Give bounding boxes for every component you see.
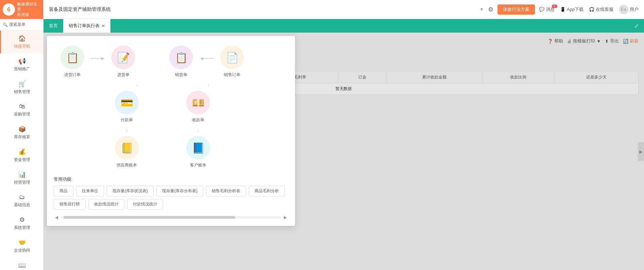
purchase-order-icon: 📋 bbox=[60, 46, 84, 69]
sidebar-item-system[interactable]: ⚙ 系统管理 bbox=[0, 212, 43, 235]
func-buttons-row2: 销售排行榜 收款情况统计 付款情况统计 bbox=[54, 199, 288, 210]
purchase-icon: 🛍 bbox=[19, 103, 25, 110]
flow-row-1: 📋 进货订单 ▶ 📝 进货单 bbox=[54, 43, 288, 80]
tabbar: 首页 销售订单执行表 ✕ ⤢ bbox=[43, 19, 644, 33]
arrow-right-1: ▶ bbox=[101, 56, 105, 61]
basic-icon: 🗂 bbox=[19, 194, 25, 201]
func-buttons-row1: 商品 往来单位 现存量(库存状况表) 现存量(库存分布表) 销售毛利分析表 商品… bbox=[54, 186, 288, 196]
func-btn-receipt-stats[interactable]: 收款情况统计 bbox=[88, 199, 124, 210]
arrow-left-1: ◀ bbox=[200, 56, 203, 61]
chevron-down-icon[interactable]: ▼ bbox=[480, 7, 484, 12]
func-btn-product-profit[interactable]: 商品毛利分析 bbox=[249, 186, 285, 196]
flow-arrows-down-row1: ↓ ↓ bbox=[54, 82, 288, 88]
trial-button[interactable]: 体验行业方案 bbox=[498, 4, 535, 15]
func-btn-stock-status[interactable]: 现存量(库存状况表) bbox=[107, 186, 154, 196]
logo-icon: 6 bbox=[3, 3, 15, 16]
flow-node-customer-ledger[interactable]: 📘 客户账本 bbox=[186, 136, 210, 168]
main-area: 装备及固定资产辅助管理系统 ▼ ⚙ 体验行业方案 💬 消息 5 📱 App下载 … bbox=[43, 0, 644, 270]
sidebar-item-basic[interactable]: 🗂 基础信息 bbox=[0, 190, 43, 212]
download-icon: 📱 bbox=[560, 7, 565, 12]
content-area: ❓ 帮助 🖨 按模板打印 ▼ ⬆ 导出 🔄 刷新 bbox=[43, 33, 644, 270]
flow-row-3: 📒 供应商账本 📘 客户账本 bbox=[54, 133, 288, 171]
settings-icon[interactable]: ⚙ bbox=[488, 6, 493, 13]
home-icon: 🏠 bbox=[18, 35, 26, 42]
receipt-icon: 💴 bbox=[186, 91, 210, 114]
online-service-action[interactable]: 🎧 在线客服 bbox=[589, 6, 613, 13]
flow-arrows-down-row2: ↓ ↓ bbox=[54, 127, 288, 133]
arrow-h1 bbox=[91, 58, 101, 59]
sidebar: 6 畅康通好生意 标准版 🔍 搜索菜单 🏠 快捷导航 📢 营销推广 🛒 销售管理 bbox=[0, 0, 43, 270]
scroll-left-arrow[interactable]: ◀ bbox=[54, 214, 59, 220]
flow-node-purchase-order[interactable]: 📋 进货订单 bbox=[60, 46, 84, 78]
flow-node-supplier-ledger[interactable]: 📒 供应商账本 bbox=[115, 136, 139, 168]
func-btn-stock-dist[interactable]: 现存量(库存分布表) bbox=[156, 186, 203, 196]
arrow-down-3: ↓ bbox=[108, 127, 145, 133]
popup-scrollbar-row: ◀ ▶ bbox=[54, 214, 288, 220]
func-btn-partner[interactable]: 往来单位 bbox=[76, 186, 104, 196]
operation-icon: 📊 bbox=[18, 171, 26, 178]
tab-home[interactable]: 首页 bbox=[43, 19, 63, 33]
search-icon: 🔍 bbox=[3, 22, 8, 27]
sale-bill-label: 销货单 bbox=[175, 72, 187, 78]
guide-icon: 📖 bbox=[18, 262, 26, 269]
flow-diagram: 📋 进货订单 ▶ 📝 进货单 bbox=[54, 43, 288, 171]
arrow-down-4: ↓ bbox=[179, 127, 217, 133]
tab-sales-order[interactable]: 销售订单执行表 ✕ bbox=[63, 19, 110, 33]
flow-node-payment[interactable]: 💳 付款单 bbox=[115, 91, 139, 123]
func-btn-payment-stats[interactable]: 付款情况统计 bbox=[127, 199, 163, 210]
popup-overlay: 📋 进货订单 ▶ 📝 进货单 bbox=[43, 33, 644, 270]
sidebar-item-cooperation[interactable]: 🤝 企业协同 bbox=[0, 235, 43, 257]
avatar: Ea bbox=[619, 5, 628, 14]
scrollbar-thumb bbox=[64, 216, 235, 219]
sidebar-item-purchase[interactable]: 🛍 采购管理 bbox=[0, 99, 43, 121]
purchase-bill-label: 进货单 bbox=[117, 72, 129, 78]
sidebar-item-finance[interactable]: 💰 资金管理 bbox=[0, 144, 43, 167]
sidebar-item-guide[interactable]: 📖 新手引导 bbox=[0, 257, 43, 270]
system-icon: ⚙ bbox=[19, 216, 25, 223]
tab-close-icon[interactable]: ✕ bbox=[102, 23, 105, 28]
system-title: 装备及固定资产辅助管理系统 bbox=[49, 6, 475, 13]
marketing-icon: 📢 bbox=[18, 57, 26, 65]
flow-node-sale-order[interactable]: 📄 销售订单 bbox=[220, 46, 244, 78]
service-icon: 🎧 bbox=[589, 7, 594, 12]
func-btn-product[interactable]: 商品 bbox=[54, 186, 73, 196]
message-icon: 💬 bbox=[539, 7, 544, 12]
sale-order-icon: 📄 bbox=[220, 46, 244, 69]
message-action[interactable]: 💬 消息 5 bbox=[539, 6, 555, 13]
sidebar-item-marketing[interactable]: 📢 营销推广 bbox=[0, 53, 43, 76]
supplier-ledger-icon: 📒 bbox=[115, 136, 139, 160]
sidebar-item-sales[interactable]: 🛒 销售管理 bbox=[0, 76, 43, 99]
purchase-bill-icon: 📝 bbox=[111, 46, 135, 69]
sidebar-item-inventory[interactable]: 📦 库存核算 bbox=[0, 121, 43, 144]
topbar-actions: 💬 消息 5 📱 App下载 🎧 在线客服 Ea 用户 bbox=[539, 5, 639, 14]
sidebar-item-operation[interactable]: 📊 经营管理 bbox=[0, 167, 43, 190]
sales-icon: 🛒 bbox=[18, 80, 26, 88]
common-functions-title: 常用功能 bbox=[54, 176, 288, 182]
flow-node-receipt[interactable]: 💴 收款单 bbox=[186, 91, 210, 123]
user-action[interactable]: Ea 用户 bbox=[619, 5, 639, 14]
sale-order-label: 销售订单 bbox=[224, 72, 240, 78]
tab-expand-icon[interactable]: ⤢ bbox=[629, 23, 644, 29]
payment-icon: 💳 bbox=[115, 91, 139, 114]
supplier-ledger-label: 供应商账本 bbox=[117, 162, 137, 168]
arrow-h2 bbox=[203, 58, 213, 59]
flow-node-sale-bill[interactable]: 📋 销货单 bbox=[169, 46, 193, 78]
topbar: 装备及固定资产辅助管理系统 ▼ ⚙ 体验行业方案 💬 消息 5 📱 App下载 … bbox=[43, 0, 644, 19]
func-btn-sales-profit[interactable]: 销售毛利分析表 bbox=[206, 186, 246, 196]
search-menu[interactable]: 🔍 搜索菜单 bbox=[0, 19, 43, 31]
popup-scrollbar[interactable] bbox=[61, 216, 281, 219]
flow-row-2: 💳 付款单 💴 收款单 bbox=[54, 88, 288, 126]
scroll-right-arrow[interactable]: ▶ bbox=[282, 214, 288, 220]
sale-bill-icon: 📋 bbox=[169, 46, 193, 69]
common-functions: 常用功能 商品 往来单位 现存量(库存状况表) 现存量(库存分布表) 销售毛利分… bbox=[54, 176, 288, 210]
func-btn-sales-rank[interactable]: 销售排行榜 bbox=[54, 199, 86, 210]
flow-node-purchase-bill[interactable]: 📝 进货单 bbox=[111, 46, 135, 78]
payment-label: 付款单 bbox=[121, 117, 133, 123]
customer-ledger-icon: 📘 bbox=[186, 136, 210, 160]
inventory-icon: 📦 bbox=[18, 125, 26, 133]
sidebar-logo: 6 畅康通好生意 标准版 bbox=[0, 0, 43, 19]
sidebar-item-quick-nav[interactable]: 🏠 快捷导航 bbox=[0, 31, 43, 53]
customer-ledger-label: 客户账本 bbox=[190, 162, 206, 168]
app-download-action[interactable]: 📱 App下载 bbox=[560, 6, 584, 13]
arrow-down-2: ↓ bbox=[190, 82, 227, 88]
